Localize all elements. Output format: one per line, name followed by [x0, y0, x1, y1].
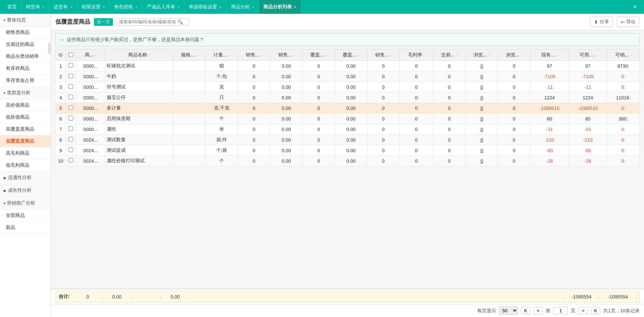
col-current[interactable]: 现有... ↕ [530, 49, 569, 61]
row-checkbox[interactable] [66, 124, 76, 135]
table-row[interactable]: 10 0024... 属性价格打印测试 个 0 0.00 0 0.00 0 0 … [56, 156, 640, 166]
settings-icon[interactable]: ⚙ [58, 52, 63, 58]
first-page-btn[interactable]: K [521, 307, 531, 314]
nav-close-goods-analysis[interactable]: × [252, 5, 254, 9]
table-container[interactable]: ⚙ 商... ↕ 商品名称 ↕ 规格... ↕ 计量... ↕ 销售... ↕ … [55, 49, 640, 289]
row-select[interactable] [68, 137, 73, 142]
sidebar-item-sales-goods[interactable]: 销售类商品 [0, 27, 51, 39]
table-row[interactable]: 6 0000... 启用保质期 个 0 0.00 0 0.00 0 0 0 0 … [56, 114, 640, 124]
per-page-select[interactable]: 50 100 200 [499, 306, 518, 315]
table-row[interactable]: 2 0000... 牛奶 个,包 0 0.00 0 0.00 0 0 0 0 0… [56, 71, 640, 82]
col-coverage2[interactable]: 覆盖... ↕ [335, 49, 367, 61]
table-row[interactable]: 3 0000... 符号测试 克 0 0.00 0 0.00 0 0 0 0 0… [56, 82, 640, 92]
export-button[interactable]: ↩ 导出 [617, 17, 640, 27]
row-checkbox[interactable] [66, 103, 76, 114]
col-available[interactable]: 可用... ↕ [569, 49, 607, 61]
row-checkbox[interactable] [66, 156, 76, 166]
nav-close-sales[interactable]: × [42, 5, 44, 9]
row-checkbox[interactable] [66, 61, 76, 71]
row-checkbox[interactable] [66, 92, 76, 103]
col-sales-amount[interactable]: 销售... ↕ [270, 49, 303, 61]
nav-goods-analysis[interactable]: 商品分析 × [227, 0, 259, 14]
row-checkbox[interactable] [66, 114, 76, 124]
sidebar-section-growth[interactable]: ▶ 成长性分析 [0, 184, 51, 197]
sidebar-item-low-margin[interactable]: 低毛利商品 [0, 159, 51, 171]
col-browse1[interactable]: 浏览... ↕ [466, 49, 498, 61]
col-spec[interactable]: 规格... ↕ [173, 49, 205, 61]
table-row[interactable]: 9 0024... 测试提成 个,袋 0 0.00 0 0.00 0 0 0 0… [56, 145, 640, 156]
col-sales-count[interactable]: 销售... ↕ [238, 49, 270, 61]
sidebar-item-high-value[interactable]: 高价值商品 [0, 99, 51, 111]
sidebar-item-low-value[interactable]: 低价值商品 [0, 111, 51, 123]
last-page-btn[interactable]: K [591, 307, 601, 314]
row-browse1[interactable]: 0 [466, 92, 498, 103]
nav-goods-analysis-list[interactable]: 商品分析列表 × [259, 0, 301, 14]
row-select[interactable] [68, 147, 73, 152]
row-browse1[interactable]: 0 [466, 71, 498, 82]
row-checkbox[interactable] [66, 71, 76, 82]
nav-close-template[interactable]: × [219, 5, 221, 9]
row-checkbox[interactable] [66, 82, 76, 92]
col-browse2[interactable]: 浏览... ↕ [498, 49, 530, 61]
col-checkbox[interactable] [66, 49, 76, 61]
col-sellable[interactable]: 可销... ↕ [607, 49, 640, 61]
row-browse1[interactable]: 0 [466, 61, 498, 71]
row-select[interactable] [68, 63, 73, 68]
sidebar-section-cluster[interactable]: ▾ 类群度分析 [0, 87, 51, 99]
nav-close-goods-list[interactable]: × [294, 5, 296, 9]
col-unit[interactable]: 计量... ↕ [205, 49, 238, 61]
row-checkbox[interactable] [66, 145, 76, 156]
select-all-checkbox[interactable] [68, 52, 73, 57]
row-browse1[interactable]: 0 [466, 114, 498, 124]
sidebar-section-marketing[interactable]: ▾ 营销推广分析 [0, 197, 51, 210]
sidebar-section-flow[interactable]: ▶ 流通性分析 [0, 171, 51, 184]
row-select[interactable] [68, 126, 73, 131]
sidebar-item-category-rate[interactable]: 商品分类动销率 [0, 51, 51, 63]
sidebar-section-overall[interactable]: ▾ 整体信息 [0, 14, 51, 27]
col-profit-rate[interactable]: 毛利率 ↕ [400, 49, 433, 61]
period-tag[interactable]: 近一月 [94, 18, 113, 26]
nav-close-role[interactable]: × [135, 5, 137, 9]
nav-permission[interactable]: 权限设置 × [77, 0, 110, 14]
search-icon[interactable]: 🔍 [177, 19, 183, 25]
nav-close-purchase[interactable]: × [70, 5, 72, 9]
share-button[interactable]: ⬆ 分享 [590, 17, 613, 27]
prev-page-btn[interactable]: < [533, 307, 543, 314]
table-row[interactable]: 5 0000... 多计量 克,千克 0 0.00 0 0.00 0 0 0 0… [56, 103, 640, 114]
col-code[interactable]: 商... ↕ [76, 49, 105, 61]
sidebar-item-traded-goods[interactable]: 交易过的商品 [0, 39, 51, 51]
sidebar-item-all-goods[interactable]: 全部商品 [0, 210, 51, 222]
col-coverage1[interactable]: 覆盖... ↕ [302, 49, 335, 61]
next-page-btn[interactable]: > [578, 307, 588, 314]
row-browse1[interactable]: 0 [466, 135, 498, 145]
sidebar-collapse-btn[interactable]: « [48, 43, 51, 54]
row-select[interactable] [68, 74, 73, 78]
nav-home[interactable]: 首页 [3, 0, 21, 14]
row-select[interactable] [68, 95, 73, 99]
row-browse1[interactable]: 0 [466, 103, 498, 114]
row-select[interactable] [68, 105, 73, 110]
col-settings[interactable]: ⚙ [56, 49, 66, 61]
current-page-input[interactable] [553, 307, 568, 314]
row-select[interactable] [68, 158, 73, 163]
col-trade[interactable]: 交易... ↕ [433, 49, 466, 61]
row-select[interactable] [68, 84, 73, 89]
sidebar-item-low-coverage[interactable]: 低覆盖度商品 [0, 135, 51, 147]
row-browse1[interactable]: 0 [466, 145, 498, 156]
nav-close-all[interactable]: × [629, 4, 641, 10]
nav-purchase-order[interactable]: 进货单 × [49, 0, 77, 14]
table-row[interactable]: 1 0000... 旺辅批次测试 箱 0 0.00 0 0.00 0 0 0 0… [56, 61, 640, 71]
table-row[interactable]: 7 0000... 属性 米 0 0.00 0 0.00 0 0 0 0 0 -… [56, 124, 640, 135]
nav-template-settings[interactable]: 单据模板设置 × [184, 0, 226, 14]
row-browse1[interactable]: 0 [466, 82, 498, 92]
sidebar-item-high-margin[interactable]: 高毛利商品 [0, 147, 51, 159]
table-row[interactable]: 8 0024... 测试数量 袋,件 0 0.00 0 0.00 0 0 0 0… [56, 135, 640, 145]
col-sales3[interactable]: 销售... ↕ [367, 49, 400, 61]
row-checkbox[interactable] [66, 135, 76, 145]
sidebar-item-inventory-fund[interactable]: 库存资金占用 [0, 75, 51, 87]
row-browse1[interactable]: 0 [466, 124, 498, 135]
nav-close-permission[interactable]: × [103, 5, 105, 9]
sidebar-item-stocked-goods[interactable]: 有库存商品 [0, 63, 51, 75]
table-row[interactable]: 4 0000... 服宝公仔 只 0 0.00 0 0.00 0 0 0 0 0… [56, 92, 640, 103]
row-browse1[interactable]: 0 [466, 156, 498, 166]
